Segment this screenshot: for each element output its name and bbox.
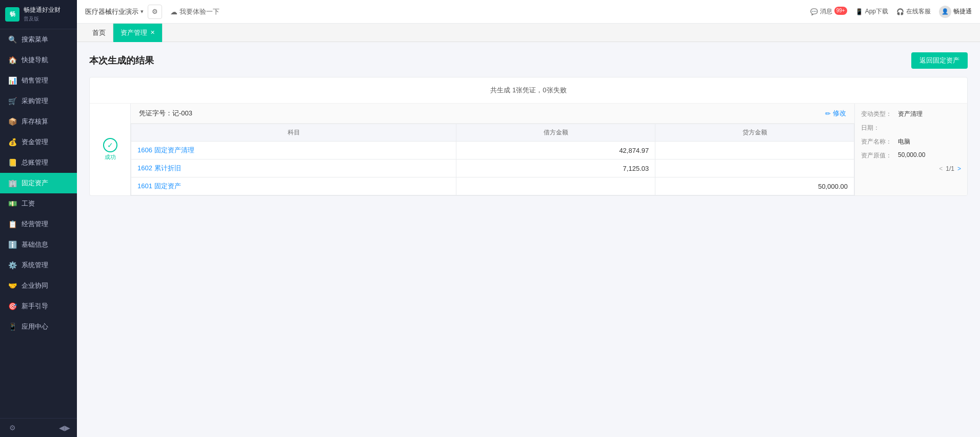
username-label: 畅捷通	[953, 7, 972, 16]
sidebar-item-label: 销售管理	[22, 76, 48, 85]
page-content: 本次生成的结果 返回固定资产 共生成 1张凭证，0张失败 ✓ 成功 凭证字号：记…	[77, 42, 980, 437]
gear-icon: ⚙	[152, 8, 158, 15]
topnav-right: 💬 消息 99+ 📱 App下载 🎧 在线客服 👤 畅捷通	[810, 6, 972, 18]
date-label: 日期：	[861, 124, 898, 132]
experience-button[interactable]: ☁ 我要体验一下	[166, 7, 224, 16]
capital-icon: 💰	[7, 137, 17, 147]
message-button[interactable]: 💬 消息 99+	[810, 7, 847, 16]
row-subject: 1601 固定资产	[131, 177, 456, 195]
operation-icon: 📋	[7, 219, 17, 229]
sidebar-item-label: 固定资产	[22, 178, 48, 188]
settings-button[interactable]: ⚙	[148, 5, 162, 19]
sidebar-item-label: 工资	[22, 199, 35, 208]
company-selector[interactable]: 医疗器械行业演示 ▾	[85, 7, 144, 16]
settings-footer-icon[interactable]: ⚙	[7, 423, 17, 433]
col-debit: 借方金额	[456, 124, 655, 142]
online-service-button[interactable]: 🎧 在线客服	[896, 7, 931, 16]
collapse-sidebar-icon[interactable]: ◀▶	[59, 423, 70, 433]
status-icon: ✓	[103, 138, 117, 152]
sidebar-item-label: 库存核算	[22, 117, 48, 126]
voucher-table: 科目 借方金额 贷方金额 1606 固定资产清理 42,874.97	[131, 124, 854, 195]
close-tab-icon[interactable]: ✕	[150, 29, 155, 36]
app-logo-text: 畅捷通好业财	[24, 6, 61, 14]
pagination-next-icon[interactable]: >	[957, 165, 961, 172]
edit-icon: ✏	[825, 110, 831, 117]
row-debit: 42,874.97	[456, 142, 655, 160]
app-logo-sub: 普及版	[24, 15, 61, 23]
side-panel-date: 日期：	[861, 124, 961, 132]
sidebar-item-system[interactable]: ⚙️ 系统管理	[0, 255, 77, 275]
app-download-button[interactable]: 📱 App下载	[855, 7, 888, 16]
voucher-section: ✓ 成功 凭证字号：记-003 ✏ 修改	[90, 104, 967, 195]
return-button[interactable]: 返回固定资产	[911, 52, 968, 69]
sidebar-logo: 畅 畅捷通好业财 普及版	[0, 0, 77, 29]
sales-icon: 📊	[7, 75, 17, 86]
phone-icon: 📱	[855, 8, 863, 15]
sidebar-item-label: 经营管理	[22, 220, 48, 229]
voucher-number: 凭证字号：记-003	[139, 109, 192, 118]
enterprise-icon: 🤝	[7, 281, 17, 291]
sidebar-item-enterprise[interactable]: 🤝 企业协同	[0, 275, 77, 296]
sidebar-item-sales[interactable]: 📊 销售管理	[0, 70, 77, 91]
sidebar-item-guide[interactable]: 🎯 新手引导	[0, 296, 77, 316]
sidebar-item-operation[interactable]: 📋 经营管理	[0, 214, 77, 234]
table-row: 1601 固定资产 50,000.00	[131, 177, 854, 195]
sidebar-item-purchase[interactable]: 🛒 采购管理	[0, 91, 77, 111]
sidebar-item-salary[interactable]: 💵 工资	[0, 193, 77, 214]
sidebar-item-app-center[interactable]: 📱 应用中心	[0, 316, 77, 337]
tab-home[interactable]: 首页	[85, 24, 113, 42]
message-icon: 💬	[810, 8, 818, 15]
sidebar-item-label: 搜索菜单	[22, 35, 48, 44]
row-credit	[655, 160, 854, 177]
result-card: 共生成 1张凭证，0张失败 ✓ 成功 凭证字号：记-003 ✏ 修改	[89, 77, 968, 196]
sidebar-item-label: 采购管理	[22, 96, 48, 106]
sidebar-item-label: 系统管理	[22, 261, 48, 270]
voucher-main: 凭证字号：记-003 ✏ 修改 科目 借方金额 贷方金额	[131, 104, 854, 195]
sidebar-item-fixed-assets[interactable]: 🏢 固定资产	[0, 173, 77, 193]
asset-name-value: 电脑	[898, 137, 910, 146]
page-title: 本次生成的结果	[89, 54, 154, 67]
message-label: 消息	[820, 7, 832, 16]
sidebar-footer: ⚙ ◀▶	[0, 418, 77, 437]
sidebar-item-label: 应用中心	[22, 322, 48, 331]
online-service-label: 在线客服	[906, 7, 931, 16]
asset-name-label: 资产名称：	[861, 137, 898, 146]
edit-button[interactable]: ✏ 修改	[825, 109, 846, 118]
sidebar-item-quick-nav[interactable]: 🏠 快捷导航	[0, 50, 77, 70]
inventory-icon: 📦	[7, 116, 17, 127]
row-credit	[655, 142, 854, 160]
experience-label: 我要体验一下	[179, 7, 219, 16]
col-subject: 科目	[131, 124, 456, 142]
tab-asset-management[interactable]: 资产管理 ✕	[113, 24, 163, 42]
pagination-prev-icon[interactable]: <	[939, 165, 943, 172]
row-debit	[456, 177, 655, 195]
asset-value-value: 50,000.00	[898, 151, 925, 158]
sidebar-item-search[interactable]: 🔍 搜索菜单	[0, 29, 77, 50]
tab-home-label: 首页	[92, 28, 106, 37]
salary-icon: 💵	[7, 198, 17, 209]
app-center-icon: 📱	[7, 322, 17, 332]
home-icon: 🏠	[7, 55, 17, 65]
result-summary: 共生成 1张凭证，0张失败	[90, 77, 967, 104]
user-avatar: 👤	[939, 6, 951, 18]
headset-icon: 🎧	[896, 8, 904, 15]
fixed-assets-icon: 🏢	[7, 178, 17, 188]
topnav: 医疗器械行业演示 ▾ ⚙ ☁ 我要体验一下 💬 消息 99+ 📱 App下载	[77, 0, 980, 24]
system-icon: ⚙️	[7, 260, 17, 270]
edit-label: 修改	[833, 109, 846, 118]
guide-icon: 🎯	[7, 301, 17, 311]
row-debit: 7,125.03	[456, 160, 655, 177]
sidebar-item-base-info[interactable]: ℹ️ 基础信息	[0, 234, 77, 255]
sidebar-item-label: 基础信息	[22, 240, 48, 249]
checkmark-icon: ✓	[107, 141, 113, 149]
user-menu[interactable]: 👤 畅捷通	[939, 6, 972, 18]
sidebar-item-inventory[interactable]: 📦 库存核算	[0, 111, 77, 132]
table-row: 1602 累计折旧 7,125.03	[131, 160, 854, 177]
sidebar-item-capital[interactable]: 💰 资金管理	[0, 132, 77, 152]
sidebar-item-ledger[interactable]: 📒 总账管理	[0, 152, 77, 173]
side-panel-asset-name: 资产名称： 电脑	[861, 137, 961, 146]
voucher-header: 凭证字号：记-003 ✏ 修改	[131, 104, 854, 124]
sidebar-nav: 🔍 搜索菜单 🏠 快捷导航 📊 销售管理 🛒 采购管理 📦 库存核算 💰 资金管…	[0, 29, 77, 418]
sidebar: 畅 畅捷通好业财 普及版 🔍 搜索菜单 🏠 快捷导航 📊 销售管理 🛒 采购管理…	[0, 0, 77, 437]
side-panel-pagination: < 1/1 >	[861, 165, 961, 172]
